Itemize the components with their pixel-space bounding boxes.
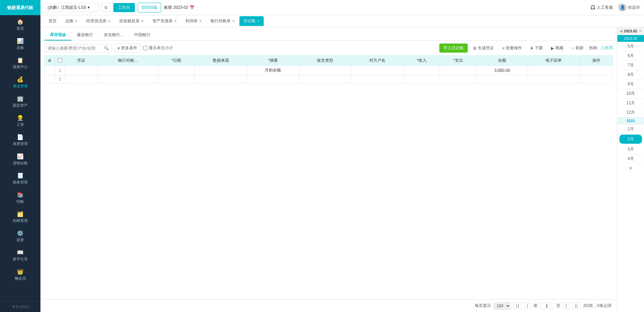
date-month-1[interactable]: 1月 bbox=[617, 124, 644, 134]
next-page-button[interactable]: ⟩ bbox=[563, 303, 569, 309]
show-daily-label: 显示本日小计 bbox=[149, 45, 173, 51]
td-operation bbox=[580, 75, 613, 84]
tab-receivable[interactable]: 应收账款表 ✕ bbox=[115, 16, 148, 26]
sidebar-item-close[interactable]: 📚 结账 bbox=[0, 188, 40, 207]
tab-close-icon[interactable]: ✕ bbox=[199, 19, 202, 23]
last-page-button[interactable]: ⟩⟩ bbox=[572, 303, 580, 309]
video-button[interactable]: ▶ 视频 bbox=[548, 44, 566, 52]
sub-tab-cash[interactable]: 库存现金 bbox=[45, 30, 71, 40]
tab-journal[interactable]: 日记账 ✕ bbox=[239, 16, 264, 26]
sidebar-item-label: 报表中心 bbox=[13, 64, 28, 69]
th-check[interactable] bbox=[55, 56, 65, 66]
th-source: 数据来源 bbox=[195, 56, 247, 66]
tab-label: 资产负债表 bbox=[152, 18, 173, 24]
filter-button[interactable]: ▾ 更多条件 bbox=[115, 44, 140, 53]
th-settings[interactable]: ⚙ bbox=[45, 56, 55, 66]
td-bank bbox=[98, 75, 158, 84]
tab-label: 应收账款表 bbox=[119, 18, 140, 24]
user-profile[interactable]: 👤 徐温华 bbox=[618, 3, 640, 11]
sidebar: 畅捷通易代账 🏠 首页 📊 总账 📋 报表中心 💰 资金管理 🏢 固定资产 👷 … bbox=[0, 0, 40, 312]
copy-button[interactable]: ⧉ bbox=[101, 3, 111, 12]
import-journal-button[interactable]: 导入日记账 bbox=[439, 44, 468, 53]
date-month-3[interactable]: 3月 bbox=[617, 145, 644, 154]
date-month-5[interactable]: 5月 bbox=[617, 42, 644, 51]
sub-tab-boc[interactable]: 中国银行 bbox=[129, 30, 156, 40]
sidebar-item-sales[interactable]: 📈 进销台账 bbox=[0, 150, 40, 169]
sidebar-item-finance[interactable]: 💰 资金管理 bbox=[0, 73, 40, 92]
tab-close-icon[interactable]: ✕ bbox=[75, 19, 78, 23]
tab-balance-sheet[interactable]: 资产负债表 ✕ bbox=[148, 16, 181, 26]
date-month-9[interactable]: 9月 bbox=[617, 80, 644, 89]
sidebar-item-home[interactable]: 🏠 首页 bbox=[0, 15, 40, 34]
tab-close-icon[interactable]: ✕ bbox=[174, 19, 177, 23]
date-current-year-header: 2023 bbox=[617, 117, 644, 124]
filter-label: 更多条件 bbox=[121, 45, 137, 51]
sidebar-item-settings[interactable]: ⚙️ 设置 bbox=[0, 227, 40, 246]
refresh-button[interactable]: ○ 刷新 bbox=[569, 44, 586, 52]
tab-profit[interactable]: 利润表 ✕ bbox=[181, 16, 206, 26]
collapse-sidebar-btn[interactable]: ◀ 取消固定 bbox=[0, 302, 40, 312]
tab-home[interactable]: 首页 bbox=[45, 16, 61, 26]
switch-version-button[interactable]: 切到旧版 bbox=[138, 3, 161, 12]
scroll-down-icon[interactable]: ▼ bbox=[628, 166, 633, 171]
sidebar-item-report[interactable]: 📋 报表中心 bbox=[0, 54, 40, 73]
customer-service[interactable]: 🎧 人工客服 bbox=[590, 5, 613, 10]
tab-close-icon[interactable]: ✕ bbox=[141, 19, 144, 23]
per-page-select[interactable]: 100 50 200 bbox=[494, 302, 511, 310]
tab-close-icon[interactable]: ✕ bbox=[108, 19, 111, 23]
sidebar-item-salary[interactable]: 👷 工资 bbox=[0, 111, 40, 131]
search-input[interactable] bbox=[48, 46, 103, 51]
report-icon: 📋 bbox=[17, 57, 24, 63]
td-balance: 3,050.00 bbox=[476, 66, 528, 75]
sidebar-item-guide[interactable]: 📖 新手引导 bbox=[0, 246, 40, 265]
tab-business[interactable]: 经营状况表 ✕ bbox=[82, 16, 115, 26]
tab-ledger[interactable]: 总账 ✕ bbox=[61, 16, 82, 26]
date-month-11[interactable]: 11月 bbox=[617, 98, 644, 108]
th-income: *收入 bbox=[403, 56, 440, 66]
prev-page-button[interactable]: ⟨ bbox=[524, 303, 531, 309]
download-button[interactable]: ⬇ 下载 bbox=[527, 44, 546, 52]
main-content: (勿删）江西超宝-LSS ▾ ⧉ 工作台 切到旧版 账期 2023-02 📅 🎧… bbox=[40, 0, 644, 312]
currency-selector[interactable]: 人民币 bbox=[601, 45, 613, 51]
gen-voucher-button[interactable]: ⊞ 生成凭证 bbox=[470, 44, 497, 52]
sub-tab-abc[interactable]: 农业银行... bbox=[98, 30, 129, 40]
sidebar-item-ledger[interactable]: 📊 总账 bbox=[0, 34, 40, 54]
bottom-bar: 每页显示 100 50 200 ⟨⟨ ⟨ 第 页 ⟩ ⟩⟩ 共0页，0条记录 bbox=[40, 299, 617, 312]
first-page-button[interactable]: ⟨⟨ bbox=[514, 303, 522, 309]
tab-label: 首页 bbox=[49, 18, 57, 24]
date-month-6[interactable]: 6月 bbox=[617, 51, 644, 61]
batch-icon: ≡ bbox=[502, 46, 504, 51]
page-input[interactable] bbox=[540, 303, 554, 309]
batch-op-button[interactable]: ≡ 批量操作 bbox=[499, 44, 525, 52]
tab-close-icon[interactable]: ✕ bbox=[232, 19, 235, 23]
table-header-row: ⚙ 凭证 银行对账... *日期 数据来源 *摘要 收支类型 对方户名 *收入 … bbox=[45, 56, 613, 66]
select-all-checkbox[interactable] bbox=[58, 58, 62, 62]
date-prev-arrow[interactable]: ◀ bbox=[619, 29, 622, 33]
sidebar-item-invoice[interactable]: 📄 发票管理 bbox=[0, 131, 40, 150]
show-daily-checkbox[interactable]: 显示本日小计 bbox=[143, 45, 173, 51]
calendar-icon[interactable]: 📅 bbox=[189, 5, 195, 10]
tab-close-icon[interactable]: ✕ bbox=[257, 19, 260, 23]
row-number: 2 bbox=[59, 77, 61, 82]
sidebar-item-assets[interactable]: 🏢 固定资产 bbox=[0, 92, 40, 111]
company-selector[interactable]: (勿删）江西超宝-LSS ▾ bbox=[45, 3, 98, 12]
date-month-4[interactable]: 4月 bbox=[617, 154, 644, 164]
date-month-2-active[interactable]: 2月 bbox=[619, 135, 642, 144]
date-month-8[interactable]: 8月 bbox=[617, 70, 644, 80]
sidebar-item-member[interactable]: 👑 畅会员 bbox=[0, 265, 40, 284]
sub-tab-ccb[interactable]: 建设银行 bbox=[71, 30, 98, 40]
sidebar-item-label: 进销台账 bbox=[13, 161, 28, 166]
close-date-panel-btn[interactable]: ✕ bbox=[639, 29, 642, 33]
date-month-10[interactable]: 10月 bbox=[617, 89, 644, 98]
daily-checkbox-input[interactable] bbox=[143, 46, 147, 50]
search-icon[interactable]: 🔍 bbox=[104, 46, 109, 51]
date-month-7[interactable]: 7月 bbox=[617, 61, 644, 70]
date-month-12[interactable]: 12月 bbox=[617, 108, 644, 117]
sidebar-item-tax[interactable]: 🧾 税务管理 bbox=[0, 169, 40, 188]
sidebar-item-archive[interactable]: 🗂️ 归档管理 bbox=[0, 207, 40, 227]
workbench-button[interactable]: 工作台 bbox=[113, 3, 135, 12]
search-box[interactable]: 🔍 bbox=[45, 44, 112, 52]
topbar-right: 🎧 人工客服 👤 徐温华 bbox=[590, 3, 640, 11]
tab-bank-statement[interactable]: 银行对账单 ✕ bbox=[206, 16, 239, 26]
td-source bbox=[195, 75, 247, 84]
